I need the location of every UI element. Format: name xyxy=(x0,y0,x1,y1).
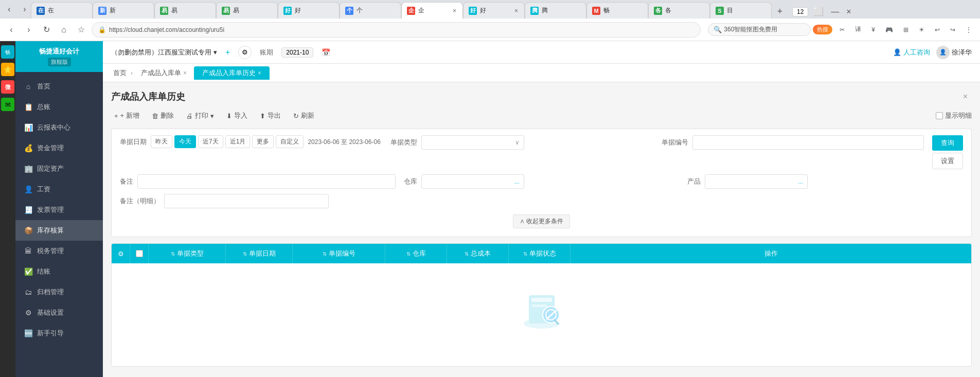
sidebar-item-tax[interactable]: 🏛 税务管理 xyxy=(15,241,103,261)
nav-refresh[interactable]: ↻ xyxy=(39,23,54,37)
grid-tool[interactable]: ⊞ xyxy=(899,24,913,35)
ext-chanjet[interactable]: 畅 xyxy=(1,45,14,59)
delete-button[interactable]: 🗑 删除 xyxy=(149,109,177,122)
search-bar[interactable]: 🔍 360智能抠图免费用 xyxy=(708,23,811,36)
translate-tool[interactable]: 译 xyxy=(851,23,865,36)
ext-weibo[interactable]: 微 xyxy=(1,80,14,94)
note-detail-input[interactable] xyxy=(164,194,329,208)
tab-product-list[interactable]: 产成品入库单 × xyxy=(135,66,193,80)
date-7days[interactable]: 近7天 xyxy=(198,135,223,148)
restore-button[interactable]: ⬜ xyxy=(811,5,826,19)
sidebar-item-fixed-assets[interactable]: 🏢 固定资产 xyxy=(15,158,103,179)
tab-product-history[interactable]: 产成品入库单历史 × xyxy=(194,66,270,80)
tab-2[interactable]: 新 新 xyxy=(93,2,154,19)
date-1month[interactable]: 近1月 xyxy=(225,135,251,148)
print-button[interactable]: 🖨 打印 ▾ xyxy=(183,109,217,122)
product-dropdown[interactable]: ... xyxy=(705,174,808,189)
brightness-tool[interactable]: ☀ xyxy=(915,24,929,35)
tab-count-badge[interactable]: 12 xyxy=(792,7,808,16)
minimize-button[interactable]: — xyxy=(829,5,841,19)
tab-product-list-close[interactable]: × xyxy=(183,69,187,77)
nav-back[interactable]: ‹ xyxy=(4,23,19,37)
date-more[interactable]: 更多 xyxy=(252,135,274,148)
tab-1[interactable]: 在 在 xyxy=(31,2,93,19)
show-columns-checkbox[interactable] xyxy=(936,112,943,119)
sidebar-item-home[interactable]: ⌂ 首页 xyxy=(15,76,103,97)
tab-8[interactable]: 好 好 × xyxy=(463,2,525,19)
date-today[interactable]: 今天 xyxy=(174,135,196,148)
tab-4[interactable]: 易 易 xyxy=(216,2,278,19)
menu-tool[interactable]: ⋮ xyxy=(961,24,976,35)
settings-button[interactable]: 设置 xyxy=(932,153,963,169)
tab-5[interactable]: 好 好 xyxy=(278,2,340,19)
ext-star[interactable]: ⭐ xyxy=(1,63,14,76)
product-more[interactable]: ... xyxy=(798,178,803,185)
new-button[interactable]: + + 新增 xyxy=(111,109,142,122)
undo-tool[interactable]: ↩ xyxy=(931,24,944,35)
type-dropdown[interactable]: ∨ xyxy=(421,135,524,150)
sidebar-item-cloud-report[interactable]: 📊 云报表中心 xyxy=(15,117,103,138)
ext-mail[interactable]: ✉ xyxy=(1,98,14,111)
th-status[interactable]: ⇅ 单据状态 xyxy=(509,244,571,263)
tab-10[interactable]: M 畅 xyxy=(586,2,648,19)
tab-9[interactable]: 腾 腾 xyxy=(525,2,586,19)
header-checkbox[interactable] xyxy=(136,250,143,257)
user-info[interactable]: 👤 徐泽华 xyxy=(936,46,972,59)
back-button[interactable]: ‹ xyxy=(2,2,16,16)
sidebar-item-invoice[interactable]: 🧾 发票管理 xyxy=(15,200,103,220)
export-button[interactable]: ⬆ 导出 xyxy=(257,109,284,122)
sidebar-item-settings[interactable]: ⚙ 基础设置 xyxy=(15,302,103,323)
sidebar-item-fund[interactable]: 💰 资金管理 xyxy=(15,138,103,158)
page-close-icon[interactable]: × xyxy=(963,92,968,101)
th-cost[interactable]: ⇅ 总成本 xyxy=(447,244,509,263)
tab-7[interactable]: 企 企 × xyxy=(401,2,463,19)
add-company[interactable]: + xyxy=(225,48,230,57)
sidebar-item-close-account[interactable]: ✅ 结账 xyxy=(15,261,103,282)
sidebar-item-ledger[interactable]: 📋 总账 xyxy=(15,97,103,117)
import-button[interactable]: ⬇ 导入 xyxy=(223,109,251,122)
tab-12[interactable]: S 目 xyxy=(710,2,772,19)
query-button[interactable]: 查询 xyxy=(932,135,963,151)
nav-forward[interactable]: › xyxy=(22,23,36,37)
nav-bookmark[interactable]: ☆ xyxy=(74,23,88,37)
sidebar-item-new-guide[interactable]: 🆕 新手引导 xyxy=(15,323,103,344)
settings-gear[interactable]: ⚙ xyxy=(238,46,252,59)
th-checkbox[interactable] xyxy=(130,244,149,263)
th-number[interactable]: ⇅ 单据编号 xyxy=(293,244,385,263)
sidebar-item-inventory[interactable]: 📦 库存核算 xyxy=(15,220,103,241)
breadcrumb-home[interactable]: 首页 xyxy=(111,68,129,78)
note-input[interactable] xyxy=(137,174,396,189)
redo-tool[interactable]: ↪ xyxy=(946,24,959,35)
warehouse-more[interactable]: ... xyxy=(514,178,520,185)
wallet-tool[interactable]: ¥ xyxy=(867,24,879,35)
tab-6[interactable]: 个 个 xyxy=(340,2,401,19)
hot-search-badge[interactable]: 热搜 xyxy=(813,25,832,34)
sidebar-item-archive[interactable]: 🗂 归档管理 xyxy=(15,282,103,302)
forward-button[interactable]: › xyxy=(17,2,32,16)
tab-11[interactable]: 各 各 xyxy=(648,2,710,19)
user-service[interactable]: 👤 人工咨询 xyxy=(893,48,930,57)
date-yesterday[interactable]: 昨天 xyxy=(151,135,172,148)
period-value[interactable]: 2021-10 xyxy=(281,47,313,58)
nav-home[interactable]: ⌂ xyxy=(57,23,71,37)
th-date[interactable]: ⇅ 单据日期 xyxy=(226,244,293,263)
tab-product-history-close[interactable]: × xyxy=(258,69,261,77)
close-window-button[interactable]: × xyxy=(844,5,853,19)
th-warehouse[interactable]: ⇅ 仓库 xyxy=(385,244,447,263)
game-tool[interactable]: 🎮 xyxy=(881,24,897,35)
company-selector[interactable]: （勿删勿禁用）江西服宝测试专用 ▾ xyxy=(111,48,217,57)
tab-7-close[interactable]: × xyxy=(452,6,457,15)
refresh-button[interactable]: ↻ 刷新 xyxy=(290,109,317,122)
th-type[interactable]: ⇅ 单据类型 xyxy=(149,244,226,263)
warehouse-dropdown[interactable]: ... xyxy=(421,174,524,189)
tab-8-close[interactable]: × xyxy=(513,6,519,15)
tab-3[interactable]: 易 易 xyxy=(154,2,216,19)
calendar-icon[interactable]: 📅 xyxy=(322,48,330,57)
sidebar-item-salary[interactable]: 👤 工资 xyxy=(15,179,103,200)
show-columns-toggle[interactable]: 显示明细 xyxy=(936,111,972,120)
new-tab-button[interactable]: + xyxy=(772,4,788,19)
collapse-button[interactable]: ∧ 收起更多条件 xyxy=(513,214,570,228)
address-input[interactable]: 🔒 https://cloud.chanjet.com/accounting/u… xyxy=(92,22,701,38)
scissors-tool[interactable]: ✂ xyxy=(835,24,849,35)
th-settings[interactable]: ⚙ xyxy=(112,244,130,263)
